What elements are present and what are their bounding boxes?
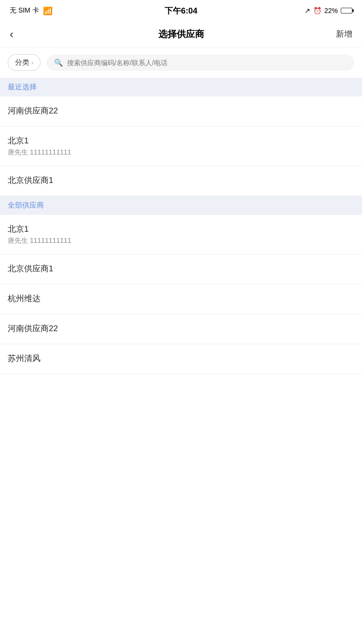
search-input[interactable] xyxy=(67,59,347,67)
item-detail: 唐先生 11111111111 xyxy=(8,237,354,245)
filter-bar: 分类 › 🔍 xyxy=(0,47,362,78)
all-header-text: 全部供应商 xyxy=(8,201,44,209)
recent-section-header: 最近选择 xyxy=(0,78,362,97)
list-item[interactable]: 杭州维达 xyxy=(0,284,362,314)
item-name: 北京供应商1 xyxy=(8,263,354,274)
category-button[interactable]: 分类 › xyxy=(8,54,41,71)
list-item[interactable]: 河南供应商22 xyxy=(0,97,362,126)
search-icon: 🔍 xyxy=(54,58,63,67)
back-button[interactable]: ‹ xyxy=(10,28,29,41)
add-button[interactable]: 新增 xyxy=(336,28,352,40)
item-name: 河南供应商22 xyxy=(8,105,354,116)
nav-bar: ‹ 选择供应商 新增 xyxy=(0,21,362,47)
status-left: 无 SIM 卡 📶 xyxy=(10,6,53,15)
item-detail: 唐先生 11111111111 xyxy=(8,148,354,157)
item-name: 河南供应商22 xyxy=(8,323,354,334)
list-item[interactable]: 北京供应商1 xyxy=(0,254,362,284)
status-time: 下午6:04 xyxy=(165,5,197,16)
item-name: 苏州清风 xyxy=(8,353,354,364)
item-name: 北京1 xyxy=(8,224,354,235)
chevron-right-icon: › xyxy=(31,59,33,66)
list-item[interactable]: 北京供应商1 xyxy=(0,166,362,196)
category-label: 分类 xyxy=(15,58,29,67)
status-bar: 无 SIM 卡 📶 下午6:04 ↗ ⏰ 22% xyxy=(0,0,362,21)
recent-header-text: 最近选择 xyxy=(8,83,37,91)
all-list: 北京1唐先生 11111111111北京供应商1杭州维达河南供应商22苏州清风 xyxy=(0,215,362,374)
list-item[interactable]: 苏州清风 xyxy=(0,344,362,374)
list-item[interactable]: 北京1唐先生 11111111111 xyxy=(0,126,362,166)
item-name: 杭州维达 xyxy=(8,293,354,304)
carrier-text: 无 SIM 卡 xyxy=(10,6,39,15)
search-box: 🔍 xyxy=(46,55,354,71)
wifi-icon: 📶 xyxy=(43,6,53,15)
item-name: 北京1 xyxy=(8,135,354,146)
location-icon: ↗ xyxy=(305,7,310,14)
recent-list: 河南供应商22北京1唐先生 11111111111北京供应商1 xyxy=(0,97,362,196)
page-title: 选择供应商 xyxy=(158,28,204,41)
item-name: 北京供应商1 xyxy=(8,175,354,186)
battery-percentage: 22% xyxy=(324,7,338,14)
list-item[interactable]: 北京1唐先生 11111111111 xyxy=(0,215,362,254)
list-item[interactable]: 河南供应商22 xyxy=(0,314,362,344)
all-section-header: 全部供应商 xyxy=(0,196,362,215)
alarm-icon: ⏰ xyxy=(313,7,321,14)
status-right: ↗ ⏰ 22% xyxy=(305,7,352,14)
battery-icon xyxy=(341,8,352,14)
